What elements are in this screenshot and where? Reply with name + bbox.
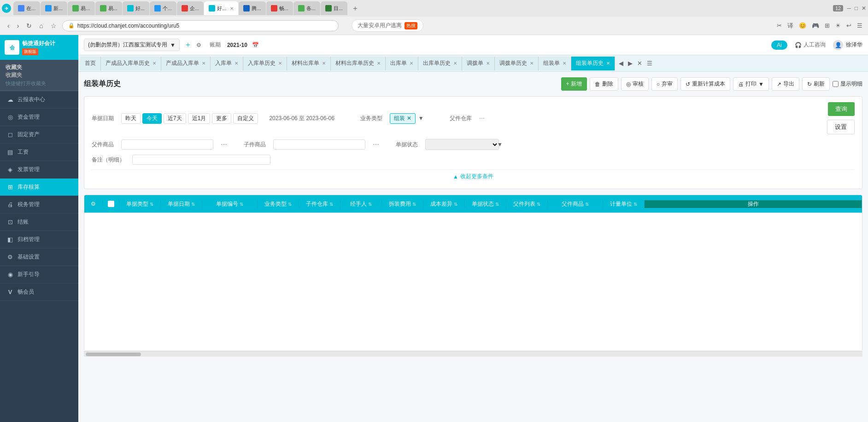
th-disassemble-cost[interactable]: 拆装费用 ⇅ bbox=[382, 200, 423, 208]
sidebar-item-fund[interactable]: ◎ 资金管理 bbox=[0, 109, 78, 126]
parent-goods-more[interactable]: ⋯ bbox=[221, 141, 227, 148]
emoji-icon[interactable]: 😊 bbox=[799, 22, 806, 29]
date-btn-1month[interactable]: 近1月 bbox=[188, 113, 211, 124]
sidebar-item-cloud-report[interactable]: ☁ 云报表中心 bbox=[0, 91, 78, 109]
sidebar-item-checkout[interactable]: ⊡ 结账 bbox=[0, 214, 78, 231]
display-detail-checkbox[interactable] bbox=[833, 81, 839, 87]
page-tab-10[interactable]: 调拨单历史 ✕ bbox=[495, 57, 539, 70]
tab-menu[interactable]: ☰ bbox=[645, 59, 654, 68]
sidebar-item-invoice[interactable]: ◈ 发票管理 bbox=[0, 161, 78, 179]
sidebar-item-settings[interactable]: ⚙ 基础设置 bbox=[0, 249, 78, 266]
export-button[interactable]: ↗ 导出 bbox=[772, 77, 799, 91]
date-btn-today[interactable]: 今天 bbox=[142, 113, 162, 124]
date-btn-more[interactable]: 更多 bbox=[212, 113, 231, 124]
page-tab-12-active[interactable]: 组装单历史 ✕ bbox=[571, 57, 615, 70]
child-goods-more[interactable]: ⋯ bbox=[373, 141, 379, 148]
th-settings[interactable]: ⚙ bbox=[84, 201, 103, 207]
date-btn-yesterday[interactable]: 昨天 bbox=[121, 113, 141, 124]
page-tab-8-close[interactable]: ✕ bbox=[453, 61, 457, 66]
th-checkbox[interactable] bbox=[103, 201, 119, 207]
tab-4[interactable]: 易... bbox=[95, 1, 122, 15]
home-button[interactable]: ⌂ bbox=[37, 20, 45, 31]
page-tab-5-close[interactable]: ✕ bbox=[322, 61, 326, 66]
sort-bill-status-icon[interactable]: ⇅ bbox=[495, 202, 499, 207]
page-tab-9-close[interactable]: ✕ bbox=[486, 61, 490, 66]
window-control-maximize[interactable]: □ bbox=[855, 5, 858, 12]
scroll-thumb[interactable] bbox=[86, 353, 141, 356]
translate-icon[interactable]: 译 bbox=[787, 22, 793, 30]
page-tab-12-close[interactable]: ✕ bbox=[606, 61, 610, 66]
back-button[interactable]: ‹ bbox=[6, 20, 12, 31]
page-tab-9[interactable]: 调拨单 ✕ bbox=[462, 57, 495, 70]
tab-scroll-right[interactable]: ▶ bbox=[626, 59, 634, 68]
th-parent-list[interactable]: 父件列表 ⇅ bbox=[506, 200, 548, 208]
th-business-type[interactable]: 业务类型 ⇅ bbox=[258, 200, 299, 208]
business-type-dropdown-arrow[interactable]: ▼ bbox=[418, 115, 424, 121]
display-detail-checkbox-label[interactable]: 显示明细 bbox=[833, 80, 862, 88]
scissors-icon[interactable]: ✂ bbox=[777, 22, 782, 29]
page-tab-2-close[interactable]: ✕ bbox=[202, 61, 205, 66]
ai-button[interactable]: Ai bbox=[771, 40, 787, 50]
support-btn[interactable]: 🎧 人工咨询 bbox=[795, 41, 826, 49]
select-all-checkbox[interactable] bbox=[108, 201, 114, 207]
horizontal-scrollbar[interactable] bbox=[84, 351, 862, 357]
date-btn-7days[interactable]: 近7天 bbox=[164, 113, 186, 124]
refresh-button[interactable]: ↻ 刷新 bbox=[802, 77, 830, 91]
status-dropdown[interactable] bbox=[425, 139, 499, 150]
business-type-tag-remove[interactable]: ✕ bbox=[407, 115, 411, 121]
th-unit[interactable]: 计量单位 ⇅ bbox=[603, 200, 645, 208]
delete-button[interactable]: 🗑 删除 bbox=[590, 77, 618, 91]
remark-input[interactable] bbox=[132, 155, 270, 165]
sidebar-item-fixed-assets[interactable]: ◻ 固定资产 bbox=[0, 126, 78, 144]
page-tab-8[interactable]: 出库单历史 ✕ bbox=[418, 57, 462, 70]
sort-bill-no-icon[interactable]: ⇅ bbox=[240, 202, 243, 207]
audit-button[interactable]: ◎ 审核 bbox=[621, 77, 649, 91]
window-control-minimize[interactable]: ─ bbox=[847, 5, 851, 12]
sort-parent-list-icon[interactable]: ⇅ bbox=[537, 202, 540, 207]
th-parent-goods[interactable]: 父件商品 ⇅ bbox=[548, 200, 603, 208]
filter-collapse-btn[interactable]: ▲ 收起更多条件 bbox=[92, 169, 855, 183]
set-button[interactable]: 设置 bbox=[827, 120, 855, 134]
page-tab-11[interactable]: 组装单 ✕ bbox=[539, 57, 571, 70]
page-tab-6-close[interactable]: ✕ bbox=[377, 61, 381, 66]
sort-cost-diff-icon[interactable]: ⇅ bbox=[454, 202, 457, 207]
tab-1[interactable]: 在... bbox=[13, 1, 40, 15]
tab-11[interactable]: 各... bbox=[293, 1, 320, 15]
th-bill-date[interactable]: 单据日期 ⇅ bbox=[161, 200, 202, 208]
page-tab-4[interactable]: 入库单历史 ✕ bbox=[243, 57, 287, 70]
page-tab-6[interactable]: 材料出库单历史 ✕ bbox=[331, 57, 386, 70]
tab-12[interactable]: 目... bbox=[321, 1, 347, 15]
favorites-sub[interactable]: 快捷键打开收藏夹 bbox=[6, 80, 73, 87]
page-tab-7-close[interactable]: ✕ bbox=[410, 61, 413, 66]
tab-3[interactable]: 易... bbox=[68, 1, 94, 15]
menu-icon[interactable]: ☰ bbox=[857, 22, 862, 29]
settings-gear-icon[interactable]: ⚙ bbox=[196, 42, 201, 48]
tab-8-active[interactable]: 好... ✕ bbox=[204, 1, 238, 15]
tab-5[interactable]: 好... bbox=[123, 1, 149, 15]
th-handler[interactable]: 经手人 ⇅ bbox=[340, 200, 382, 208]
user-profile[interactable]: 👤 徐泽华 bbox=[833, 40, 862, 50]
tab-2[interactable]: 新... bbox=[41, 1, 67, 15]
page-tab-2[interactable]: 产成品入库单 ✕ bbox=[161, 57, 211, 70]
page-tab-3[interactable]: 入库单 ✕ bbox=[211, 57, 243, 70]
company-selector[interactable]: (勿删勿禁用）江西服宝测试专用 ▼ bbox=[84, 39, 180, 51]
sidebar-item-archive[interactable]: ◧ 归档管理 bbox=[0, 231, 78, 249]
recalc-button[interactable]: ↺ 重新计算成本 bbox=[680, 77, 730, 91]
sort-handler-icon[interactable]: ⇅ bbox=[368, 202, 372, 207]
child-goods-input[interactable] bbox=[273, 139, 365, 150]
column-settings-icon[interactable]: ⚙ bbox=[91, 201, 96, 207]
add-button[interactable]: + 新增 bbox=[561, 77, 587, 91]
tab-7[interactable]: 企... bbox=[177, 1, 204, 15]
sidebar-item-inventory[interactable]: ⊞ 库存核算 bbox=[0, 179, 78, 196]
sidebar-item-salary[interactable]: ▤ 工资 bbox=[0, 144, 78, 161]
page-tab-11-close[interactable]: ✕ bbox=[563, 61, 566, 66]
sort-unit-icon[interactable]: ⇅ bbox=[633, 202, 637, 207]
sort-bill-date-icon[interactable]: ⇅ bbox=[191, 202, 195, 207]
tab-scroll-left[interactable]: ◀ bbox=[617, 59, 625, 68]
add-company-btn[interactable]: ＋ bbox=[184, 40, 192, 50]
sort-child-warehouse-icon[interactable]: ⇅ bbox=[329, 202, 333, 207]
tab-close-current[interactable]: ✕ bbox=[635, 59, 644, 68]
page-tab-1-close[interactable]: ✕ bbox=[152, 61, 156, 66]
grid-icon[interactable]: ⊞ bbox=[825, 22, 830, 29]
page-tab-home[interactable]: 首页 bbox=[80, 57, 101, 70]
